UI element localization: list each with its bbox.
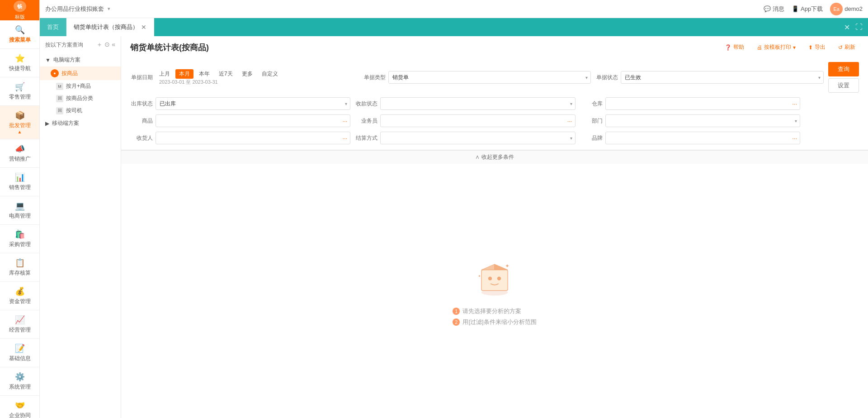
tab-close-icon[interactable]: ✕ bbox=[141, 24, 146, 30]
sidebar-item-retail[interactable]: 🛒 零售管理 bbox=[0, 77, 39, 106]
empty-tips: 1 请先选择要分析的方案 2 用[过滤]条件来缩小分析范围 bbox=[453, 307, 536, 329]
sidebar-item-basic-info[interactable]: 📝 基础信息 bbox=[0, 339, 39, 367]
sidebar-item-corp[interactable]: 🤝 企业协同 bbox=[0, 396, 39, 418]
product-input[interactable]: ··· bbox=[156, 114, 350, 127]
tree-section: ▼ 电脑端方案 ● 按商品 M 按月+商品 回 按商品分类 bbox=[40, 52, 121, 132]
app-download-btn[interactable]: 📱 App下载 bbox=[792, 5, 823, 13]
brand-ellipsis-icon[interactable]: ··· bbox=[792, 135, 797, 142]
user-profile-btn[interactable]: Ea demo2 bbox=[830, 3, 863, 15]
warehouse-status-cell: 出库状态 已出库 ▾ bbox=[130, 97, 350, 110]
trend-icon: 📈 bbox=[15, 315, 25, 325]
print-btn[interactable]: 🖨 按模板打印 ▾ bbox=[753, 42, 799, 53]
message-btn[interactable]: 💬 消息 bbox=[764, 5, 784, 13]
app-title: 办公用品行业模拟账套 bbox=[45, 5, 104, 13]
product-ellipsis-icon[interactable]: ··· bbox=[342, 118, 347, 124]
tree-desktop[interactable]: ▼ 电脑端方案 bbox=[40, 53, 121, 66]
tab-fullscreen-btn[interactable]: ⛶ bbox=[854, 21, 864, 33]
receipt-status-label: 收款状态 bbox=[355, 100, 377, 108]
avatar-text: Ea bbox=[834, 6, 840, 12]
sidebar-item-wholesale[interactable]: 📦 批发管理 ▲ bbox=[0, 106, 39, 139]
app-title-dropdown-icon[interactable]: ▾ bbox=[108, 6, 110, 12]
tree-by-cashier[interactable]: 回 按司机 bbox=[40, 104, 121, 117]
print-icon: 🖨 bbox=[757, 44, 762, 51]
product-cell: 商品 ··· bbox=[130, 114, 350, 127]
tab-close-all-btn[interactable]: ✕ bbox=[842, 21, 852, 33]
date-filter: 上月 本月 本年 近7天 更多 自定义 bbox=[156, 69, 359, 79]
app-logo[interactable]: 畅 标版 bbox=[0, 0, 40, 20]
date-tab-custom[interactable]: 自定义 bbox=[258, 69, 282, 79]
by-month-product-label: 按月+商品 bbox=[66, 82, 91, 90]
svg-text:畅: 畅 bbox=[17, 4, 22, 9]
query-btn[interactable]: 查询 bbox=[828, 62, 859, 76]
sidebar-item-marketing[interactable]: 📣 营销推广 bbox=[0, 139, 39, 168]
brand-input[interactable]: ··· bbox=[605, 132, 800, 144]
refresh-btn[interactable]: ↺ 刷新 bbox=[835, 42, 859, 53]
settlement-select[interactable]: ▾ bbox=[380, 132, 575, 144]
department-select[interactable]: ▾ bbox=[605, 114, 800, 127]
doc-type-value: 销货单 bbox=[392, 74, 409, 81]
settings-btn[interactable]: 设置 bbox=[828, 78, 859, 93]
topbar-right: 💬 消息 📱 App下载 Ea demo2 bbox=[764, 3, 863, 15]
avatar: Ea bbox=[830, 3, 843, 15]
salesperson-label: 业务员 bbox=[355, 117, 377, 125]
edit-scheme-btn[interactable]: ⊙ bbox=[104, 41, 110, 49]
laptop-icon: 💻 bbox=[15, 201, 25, 211]
print-dropdown-icon[interactable]: ▾ bbox=[793, 44, 796, 51]
tab-home-label: 首页 bbox=[47, 23, 59, 31]
date-tab-last-month[interactable]: 上月 bbox=[156, 69, 174, 79]
sidebar-item-purchase[interactable]: 🛍️ 采购管理 bbox=[0, 225, 39, 253]
left-panel: 按以下方案查询 ＋ ⊙ « ▼ 电脑端方案 ● 按商品 bbox=[40, 36, 121, 418]
doc-status-arrow-icon: ▾ bbox=[818, 75, 821, 80]
sidebar-item-finance-label: 资金管理 bbox=[9, 298, 31, 305]
warehouse-status-select[interactable]: 已出库 ▾ bbox=[156, 97, 350, 110]
export-label: 导出 bbox=[815, 43, 826, 51]
salesperson-ellipsis-icon[interactable]: ··· bbox=[567, 118, 572, 124]
date-tab-this-year[interactable]: 本年 bbox=[195, 69, 213, 79]
date-tab-last-7[interactable]: 近7天 bbox=[215, 69, 236, 79]
sidebar-item-sales[interactable]: 📊 销售管理 bbox=[0, 168, 39, 196]
date-range-text: 2023-03-01 至 2023-03-31 bbox=[159, 79, 359, 86]
add-scheme-btn[interactable]: ＋ bbox=[96, 41, 103, 49]
help-btn[interactable]: ❓ 帮助 bbox=[721, 42, 748, 53]
message-label: 消息 bbox=[773, 5, 784, 13]
export-btn[interactable]: ⬆ 导出 bbox=[805, 42, 829, 53]
receipt-status-select[interactable]: ▾ bbox=[380, 97, 575, 110]
tree-mobile[interactable]: ▶ 移动端方案 bbox=[40, 117, 121, 130]
date-label: 单据日期 bbox=[130, 74, 153, 81]
date-filter-control: 上月 本月 本年 近7天 更多 自定义 2023-03-01 至 2023-03… bbox=[156, 69, 359, 86]
collapse-panel-btn[interactable]: « bbox=[112, 41, 115, 49]
svg-text:✦: ✦ bbox=[505, 263, 509, 269]
sidebar-item-ecommerce-label: 电商管理 bbox=[9, 212, 31, 220]
right-panel: 销货单统计表(按商品) ❓ 帮助 🖨 按模板打印 ▾ ⬆ 导出 bbox=[121, 36, 868, 418]
warehouse2-ellipsis-icon[interactable]: ··· bbox=[792, 100, 797, 107]
tree-by-product[interactable]: ● 按商品 bbox=[40, 66, 121, 80]
recipient-ellipsis-icon[interactable]: ··· bbox=[342, 135, 347, 142]
sidebar-item-system[interactable]: ⚙️ 系统管理 bbox=[0, 367, 39, 396]
date-tab-more[interactable]: 更多 bbox=[238, 69, 256, 79]
sidebar-item-finance[interactable]: 💰 资金管理 bbox=[0, 282, 39, 310]
sidebar-item-search[interactable]: 🔍 搜索菜单 bbox=[0, 20, 39, 49]
warehouse2-input[interactable]: ··· bbox=[605, 97, 800, 110]
doc-status-select[interactable]: 已生效 ▾ bbox=[621, 71, 824, 84]
recipient-input[interactable]: ··· bbox=[156, 132, 350, 144]
sidebar-item-ecommerce[interactable]: 💻 电商管理 bbox=[0, 196, 39, 225]
date-tab-this-month[interactable]: 本月 bbox=[175, 69, 193, 79]
receipt-status-cell: 收款状态 ▾ bbox=[355, 97, 575, 110]
sidebar-item-inventory-label: 库存核算 bbox=[9, 269, 31, 277]
sidebar: 畅 标版 🔍 搜索菜单 ⭐ 快捷导航 🛒 零售管理 📦 批发管理 ▲ 📣 营销推… bbox=[0, 0, 40, 418]
sidebar-item-quick-nav[interactable]: ⭐ 快捷导航 bbox=[0, 49, 39, 77]
tree-by-month-product[interactable]: M 按月+商品 bbox=[40, 80, 121, 92]
collapse-bar[interactable]: ∧ 收起更多条件 bbox=[121, 150, 868, 164]
doc-type-select[interactable]: 销货单 ▾ bbox=[388, 71, 591, 84]
content: 按以下方案查询 ＋ ⊙ « ▼ 电脑端方案 ● 按商品 bbox=[40, 36, 868, 418]
tab-sales-stat[interactable]: 销货单统计表（按商品） ✕ bbox=[66, 18, 154, 36]
salesperson-input[interactable]: ··· bbox=[380, 114, 575, 127]
tree-by-product-category[interactable]: 回 按商品分类 bbox=[40, 92, 121, 104]
sidebar-item-operation[interactable]: 📈 经营管理 bbox=[0, 310, 39, 339]
sidebar-item-inventory[interactable]: 📋 库存核算 bbox=[0, 253, 39, 282]
bag-icon: 🛍️ bbox=[15, 229, 25, 239]
tab-home[interactable]: 首页 bbox=[40, 18, 66, 36]
search-icon: 🔍 bbox=[15, 25, 25, 35]
svg-point-5 bbox=[497, 277, 501, 280]
handshake-icon: 🤝 bbox=[15, 400, 25, 410]
